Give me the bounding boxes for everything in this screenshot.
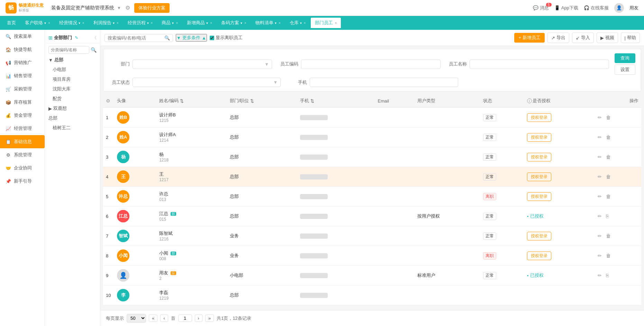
edit-icon[interactable]: ✏ xyxy=(597,213,602,220)
auth-login-btn[interactable]: 授权登录 xyxy=(527,153,551,161)
tab-customer[interactable]: 客户联络 ▾× xyxy=(21,18,54,28)
tab-warehouse[interactable]: 仓库 ▾× xyxy=(285,18,310,28)
view-button[interactable]: ▶ 视频 xyxy=(597,33,618,43)
filter-search-btn[interactable]: 查询 xyxy=(615,53,635,63)
filter-empcode-input[interactable] xyxy=(301,60,441,69)
cell-index: 5 xyxy=(103,187,114,206)
sidebar-item-finance[interactable]: 💰 资金管理 xyxy=(0,109,45,122)
auth-login-btn[interactable]: 授权登录 xyxy=(527,133,551,142)
dept-search-icon[interactable]: 🔍 xyxy=(91,47,97,53)
auth-login-btn[interactable]: 授权登录 xyxy=(527,192,551,201)
page-size-select[interactable]: 50 20 100 xyxy=(127,314,146,323)
last-page-btn[interactable]: » xyxy=(205,315,214,322)
th-settings[interactable]: ⚙ xyxy=(103,94,114,108)
more-filter-btn[interactable]: ▼ 更多条件 ▲ xyxy=(176,34,207,42)
auth-login-btn[interactable]: 授权登录 xyxy=(527,232,551,240)
edit-icon[interactable]: ✏ xyxy=(597,173,602,180)
auth-login-btn[interactable]: 授权登录 xyxy=(527,173,551,181)
tab-bom[interactable]: 物料清单 ▾× xyxy=(251,18,285,28)
auth-login-btn[interactable]: 授权登录 xyxy=(527,113,551,122)
next-page-btn[interactable]: › xyxy=(195,315,202,322)
dept-edit-btn[interactable]: ✎ xyxy=(75,35,78,40)
first-page-btn[interactable]: « xyxy=(149,315,157,322)
tab-profit[interactable]: 利润报告 ▾× xyxy=(89,18,123,28)
edit-icon[interactable]: ✏ xyxy=(597,134,602,141)
sidebar-item-management[interactable]: 📈 经营管理 xyxy=(0,122,45,135)
sidebar-item-inventory[interactable]: 📦 库存核算 xyxy=(0,96,45,109)
sidebar-item-purchase[interactable]: 🛒 采购管理 xyxy=(0,82,45,96)
search-input[interactable] xyxy=(108,35,163,41)
edit-icon[interactable]: ✏ xyxy=(597,153,602,160)
dept-collapse-btn[interactable]: 《 xyxy=(92,35,97,41)
total-label: 共1页，12条记录 xyxy=(217,315,251,321)
gear-button[interactable]: ⚙ xyxy=(124,3,131,12)
prev-page-btn[interactable]: ‹ xyxy=(160,315,168,322)
service-button[interactable]: 🎧 在线客服 xyxy=(584,5,609,11)
filter-dept-select[interactable]: ▼ xyxy=(133,60,272,69)
cell-actions: ✏ 🗑 xyxy=(594,226,641,246)
export-button[interactable]: ↗ 导出 xyxy=(547,33,569,43)
th-auth: i 是否授权 xyxy=(524,94,594,108)
tab-department[interactable]: 部门员工 × xyxy=(311,18,341,28)
sidebar-item-system[interactable]: ⚙ 系统管理 xyxy=(0,148,45,161)
tab-home[interactable]: 首页 xyxy=(3,18,20,28)
delete-icon[interactable]: 🗑 xyxy=(605,173,611,180)
import-button[interactable]: ↙ 导入 xyxy=(572,33,594,43)
sidebar-item-collab[interactable]: 🤝 企业协同 xyxy=(0,161,45,175)
filter-empname-input[interactable] xyxy=(470,60,609,69)
delete-icon[interactable]: 🗑 xyxy=(605,252,611,259)
dept-item-peihuo[interactable]: 配货 xyxy=(45,94,100,104)
edit-icon[interactable]: ✏ xyxy=(597,114,602,121)
delete-icon[interactable]: 🗑 xyxy=(605,232,611,239)
auth-login-btn[interactable]: 授权登录 xyxy=(527,252,551,260)
copy-icon[interactable]: ⎘ xyxy=(605,272,609,279)
edit-icon[interactable]: ✏ xyxy=(597,193,602,200)
trial-button[interactable]: 体验行业方案 xyxy=(134,3,170,13)
dept-item-zongbu-top[interactable]: ▼ 总部 xyxy=(45,55,100,65)
show-resigned-label[interactable]: 显示离职员工 xyxy=(210,35,243,41)
sidebar-item-basic[interactable]: 📋 基础信息 xyxy=(0,135,45,148)
dept-item-xiaodian[interactable]: 小电部 xyxy=(45,65,100,74)
sidebar-item-marketing[interactable]: 📢 营销推广 xyxy=(0,56,45,69)
help-button[interactable]: | 帮助 xyxy=(621,33,640,43)
delete-icon[interactable]: 🗑 xyxy=(605,193,611,200)
delete-icon[interactable]: 🗑 xyxy=(605,134,611,141)
delete-icon[interactable]: 🗑 xyxy=(605,153,611,160)
show-resigned-checkbox[interactable] xyxy=(210,36,214,40)
tab-history[interactable]: 经营历程 ▾× xyxy=(124,18,157,28)
dept-item-zhishu[interactable]: 植树王二 xyxy=(45,123,100,133)
sidebar-item-search[interactable]: 🔍 搜索菜单 xyxy=(0,30,45,43)
tab-barcode[interactable]: 条码方案 ▾× xyxy=(217,18,251,28)
tab-operation[interactable]: 经营情况 ▾× xyxy=(55,18,89,28)
filter-set-btn[interactable]: 设置 xyxy=(615,64,635,75)
system-dropdown-btn[interactable]: ▼ xyxy=(117,6,121,10)
tab-goods[interactable]: 商品 ▾× xyxy=(157,18,182,28)
message-button[interactable]: 💬 消息 5 xyxy=(533,5,549,11)
sidebar-item-nav[interactable]: 🏠 快捷导航 xyxy=(0,43,45,56)
copy-icon[interactable]: ⎘ xyxy=(605,213,609,220)
dept-item-shuanglu[interactable]: ▶ 双鹿想 xyxy=(45,104,100,113)
cell-name: 陈智斌 1216 xyxy=(156,226,227,246)
dept-item-zongbu[interactable]: 总部 xyxy=(45,113,100,123)
filter-status-select[interactable]: ▼ xyxy=(133,78,281,87)
dept-item-shenyang[interactable]: 沈阳大库 xyxy=(45,84,100,94)
th-dept[interactable]: 部门/职位 ⇅ xyxy=(227,94,298,108)
th-phone[interactable]: 手机 ⇅ xyxy=(297,94,375,108)
edit-icon[interactable]: ✏ xyxy=(597,272,602,279)
search-submit-icon[interactable]: 🔍 xyxy=(164,35,170,41)
delete-icon[interactable]: 🗑 xyxy=(605,114,611,121)
sidebar-item-guide[interactable]: 📌 新手引导 xyxy=(0,175,45,188)
sidebar-item-sales[interactable]: 📊 销售管理 xyxy=(0,69,45,82)
user-avatar[interactable]: 👤 xyxy=(614,3,624,13)
edit-icon[interactable]: ✏ xyxy=(597,252,602,259)
dept-search-input[interactable] xyxy=(48,46,89,54)
edit-icon[interactable]: ✏ xyxy=(597,232,602,239)
tab-new-goods[interactable]: 新增商品 ▾× xyxy=(183,18,216,28)
add-employee-button[interactable]: + 新增员工 xyxy=(514,33,544,43)
th-name[interactable]: 姓名/编码 ⇅ xyxy=(156,94,227,108)
dept-item-project[interactable]: 项目库房 xyxy=(45,74,100,84)
page-input[interactable] xyxy=(178,315,192,322)
filter-phone-input[interactable] xyxy=(310,78,458,87)
app-download-button[interactable]: 📱 App下载 xyxy=(554,5,578,11)
top-right-area: 💬 消息 5 📱 App下载 🎧 在线客服 👤 用友 xyxy=(533,3,638,13)
